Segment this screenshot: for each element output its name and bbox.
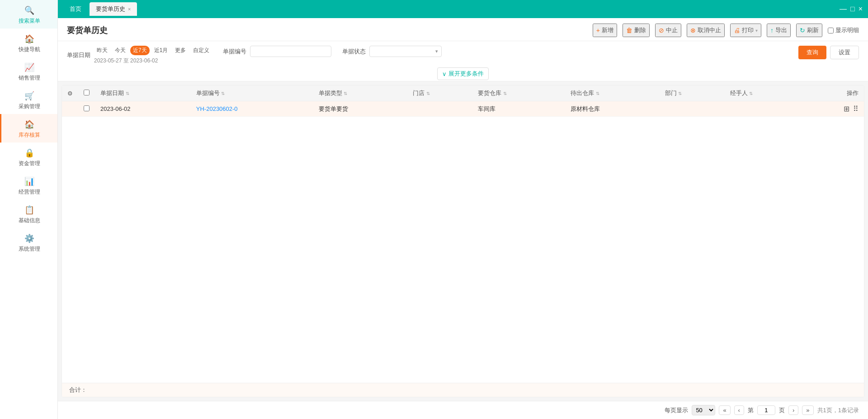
tab-requisition-history[interactable]: 要货单历史 × [90,2,137,16]
new-button[interactable]: + 新增 [593,24,617,37]
sidebar-item-search-menu[interactable]: 🔍 搜索菜单 [0,0,57,29]
col-req-warehouse[interactable]: 要货仓库 ⇅ [472,86,565,101]
col-pending-warehouse-label: 待出仓库 [571,90,594,96]
cell-department [660,101,725,117]
date-filter-group: 单据日期 昨天 今天 近7天 近1月 更多 自定义 2023-05-27 至 2… [67,46,212,65]
col-handler-label: 经手人 [730,90,748,96]
toolbar: + 新增 🗑 删除 ⊘ 中止 ⊗ 取消中止 🖨 打印 [593,24,859,37]
page-number-input[interactable] [757,405,775,415]
col-pending-warehouse-sort-icon: ⇅ [596,91,599,96]
export-button[interactable]: ↑ 导出 [767,24,791,37]
col-pending-warehouse[interactable]: 待出仓库 ⇅ [565,86,659,101]
requisition-table: ⚙ 单据日期 ⇅ 单据编号 ⇅ [62,86,864,117]
sidebar-item-sales-mgmt[interactable]: 📈 销售管理 [0,57,57,86]
stop-button[interactable]: ⊘ 中止 [655,24,681,37]
window-close-icon[interactable]: × [859,5,863,13]
quick-nav-icon: 🏠 [24,34,34,44]
page-title: 要货单历史 [67,25,108,36]
sidebar-item-quick-nav[interactable]: 🏠 快捷导航 [0,29,57,57]
table-body: 2023-06-02 YH-20230602-0 要货单要货 车间库 原材料仓库 [62,101,864,117]
col-doc-date-label: 单据日期 [100,90,124,96]
row-action-icons: ⊞ ⠿ [809,105,859,113]
doc-number-input[interactable] [250,46,331,57]
col-handler[interactable]: 经手人 ⇅ [725,86,804,101]
col-doc-date[interactable]: 单据日期 ⇅ [95,86,191,101]
date-btn-more[interactable]: 更多 [172,46,189,55]
date-filter-label: 单据日期 [67,51,90,59]
topbar-window-controls: — □ × [840,5,863,13]
stop-icon: ⊘ [659,27,664,34]
prev-page-button[interactable]: ‹ [734,405,744,415]
window-maximize-icon[interactable]: □ [850,5,855,13]
doc-status-select[interactable] [369,46,442,57]
export-icon: ↑ [770,27,774,34]
doc-number-filter-group: 单据编号 [223,46,331,57]
inventory-icon: 🏠 [24,119,34,129]
date-btn-custom[interactable]: 自定义 [190,46,212,55]
sidebar-item-system-mgmt[interactable]: ⚙️ 系统管理 [0,228,57,257]
search-menu-icon: 🔍 [24,5,34,15]
col-doc-number-sort-icon: ⇅ [221,91,225,96]
date-btn-today[interactable]: 今天 [112,46,128,55]
filter-actions: 查询 设置 [798,46,859,59]
col-store[interactable]: 门店 ⇅ [407,86,472,101]
row-edit-icon[interactable]: ⊞ [844,105,849,113]
page-size-select[interactable]: 10 20 50 100 [692,405,715,415]
col-doc-type[interactable]: 单据类型 ⇅ [313,86,407,101]
sidebar-item-purchase-mgmt[interactable]: 🛒 采购管理 [0,86,57,114]
cell-req-warehouse: 车间库 [472,101,565,117]
col-doc-number[interactable]: 单据编号 ⇅ [191,86,313,101]
cancel-stop-button[interactable]: ⊗ 取消中止 [687,24,725,37]
date-filter-buttons: 昨天 今天 近7天 近1月 更多 自定义 [94,46,212,55]
cell-handler [725,101,804,117]
page-size-label: 每页显示 [665,406,688,414]
col-department[interactable]: 部门 ⇅ [660,86,725,101]
col-store-label: 门店 [413,90,425,96]
date-btn-1month[interactable]: 近1月 [151,46,171,55]
main-content: 首页 要货单历史 × — □ × 要货单历史 + 新增 🗑 删除 [58,0,868,419]
query-button[interactable]: 查询 [798,46,826,59]
expand-filter-row: ∨ 展开更多条件 [67,65,859,81]
row-checkbox[interactable] [84,105,90,111]
print-dropdown-icon: ▾ [755,28,758,33]
show-detail-checkbox[interactable] [828,28,834,33]
col-req-warehouse-sort-icon: ⇅ [503,91,507,96]
select-all-checkbox[interactable] [84,90,90,95]
first-page-button[interactable]: « [719,405,730,415]
sidebar-item-finance-mgmt[interactable]: 🔒 资金管理 [0,143,57,171]
close-tab-icon[interactable]: × [128,6,131,12]
tab-home[interactable]: 首页 [63,2,88,16]
settings-button[interactable]: 设置 [830,46,859,59]
last-page-button[interactable]: » [802,405,813,415]
sales-mgmt-icon: 📈 [24,62,34,72]
content-area: 要货单历史 + 新增 🗑 删除 ⊘ 中止 ⊗ 取消中止 [58,18,868,419]
refresh-icon: ↻ [800,27,805,34]
date-btn-yesterday[interactable]: 昨天 [94,46,110,55]
col-settings[interactable]: ⚙ [62,86,78,101]
doc-number-label: 单据编号 [223,48,246,56]
print-button[interactable]: 🖨 打印 ▾ [730,24,761,37]
page-label-prefix: 第 [748,406,754,414]
next-page-button[interactable]: › [788,405,798,415]
window-minimize-icon[interactable]: — [840,5,847,13]
cell-doc-date: 2023-06-02 [95,101,191,117]
doc-number-link[interactable]: YH-20230602-0 [196,105,238,112]
pagination-info: 共1页，1条记录 [817,406,859,414]
col-doc-type-label: 单据类型 [319,90,342,96]
finance-mgmt-icon: 🔒 [24,148,34,158]
page-label-suffix: 页 [779,406,785,414]
column-settings-icon[interactable]: ⚙ [67,90,73,97]
refresh-button[interactable]: ↻ 刷新 [796,24,822,37]
date-btn-7days[interactable]: 近7天 [130,46,150,55]
expand-filter-button[interactable]: ∨ 展开更多条件 [437,67,489,80]
sidebar-item-basic-info[interactable]: 📋 基础信息 [0,200,57,228]
expand-filter-icon: ∨ [442,71,447,77]
sidebar-item-operations-mgmt[interactable]: 📊 经营管理 [0,171,57,200]
cell-settings [62,101,78,117]
sidebar-item-inventory[interactable]: 🏠 库存核算 [0,114,57,143]
row-more-icon[interactable]: ⠿ [853,105,859,113]
delete-button[interactable]: 🗑 删除 [623,24,650,37]
col-store-sort-icon: ⇅ [426,91,430,96]
print-icon: 🖨 [734,27,740,34]
table-wrapper: ⚙ 单据日期 ⇅ 单据编号 ⇅ [61,85,864,397]
